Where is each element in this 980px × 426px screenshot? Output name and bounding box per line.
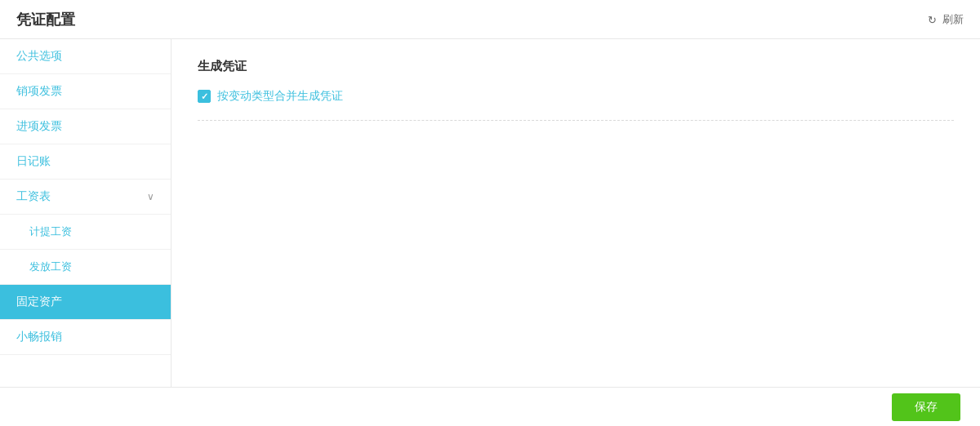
checkbox-row: 按变动类型合并生成凭证	[198, 89, 954, 104]
section-title: 生成凭证	[198, 59, 954, 74]
sidebar-item-sales-invoice[interactable]: 销项发票	[0, 74, 171, 109]
page-title: 凭证配置	[16, 10, 75, 29]
sidebar-item-label: 日记账	[16, 154, 51, 169]
footer: 保存	[0, 387, 980, 426]
sidebar-item-label: 发放工资	[29, 260, 72, 274]
sidebar-item-expense-report[interactable]: 小畅报销	[0, 320, 171, 355]
sidebar-item-public-options[interactable]: 公共选项	[0, 39, 171, 74]
sidebar-item-purchase-invoice[interactable]: 进项发票	[0, 109, 171, 144]
sidebar-item-label: 进项发票	[16, 119, 62, 134]
refresh-button[interactable]: ↻ 刷新	[928, 12, 964, 27]
merge-by-type-checkbox[interactable]	[198, 90, 211, 103]
sidebar-item-payroll-issue[interactable]: 发放工资	[0, 250, 171, 285]
sidebar-item-label: 公共选项	[16, 49, 62, 64]
sidebar-item-journal[interactable]: 日记账	[0, 144, 171, 180]
sidebar-item-label: 小畅报销	[16, 330, 62, 344]
sidebar-item-payroll-table[interactable]: 工资表∨	[0, 180, 171, 215]
section-divider	[198, 120, 954, 121]
body-wrapper: 公共选项销项发票进项发票日记账工资表∨计提工资发放工资固定资产小畅报销 生成凭证…	[0, 39, 980, 387]
sidebar-item-label: 固定资产	[16, 295, 62, 309]
page-wrapper: 凭证配置 ↻ 刷新 公共选项销项发票进项发票日记账工资表∨计提工资发放工资固定资…	[0, 0, 980, 426]
sidebar-item-label: 销项发票	[16, 84, 62, 99]
sidebar-item-label: 工资表	[16, 189, 51, 204]
sidebar-item-payroll-calc[interactable]: 计提工资	[0, 215, 171, 250]
sidebar-item-fixed-assets[interactable]: 固定资产	[0, 285, 171, 320]
refresh-label: 刷新	[942, 12, 964, 27]
chevron-down-icon: ∨	[147, 191, 154, 202]
sidebar-item-label: 计提工资	[29, 224, 72, 239]
sidebar: 公共选项销项发票进项发票日记账工资表∨计提工资发放工资固定资产小畅报销	[0, 39, 172, 387]
save-button[interactable]: 保存	[892, 393, 960, 421]
refresh-icon: ↻	[928, 14, 939, 25]
header: 凭证配置 ↻ 刷新	[0, 0, 980, 39]
main-content: 生成凭证 按变动类型合并生成凭证	[172, 39, 980, 387]
merge-by-type-label[interactable]: 按变动类型合并生成凭证	[217, 89, 343, 104]
